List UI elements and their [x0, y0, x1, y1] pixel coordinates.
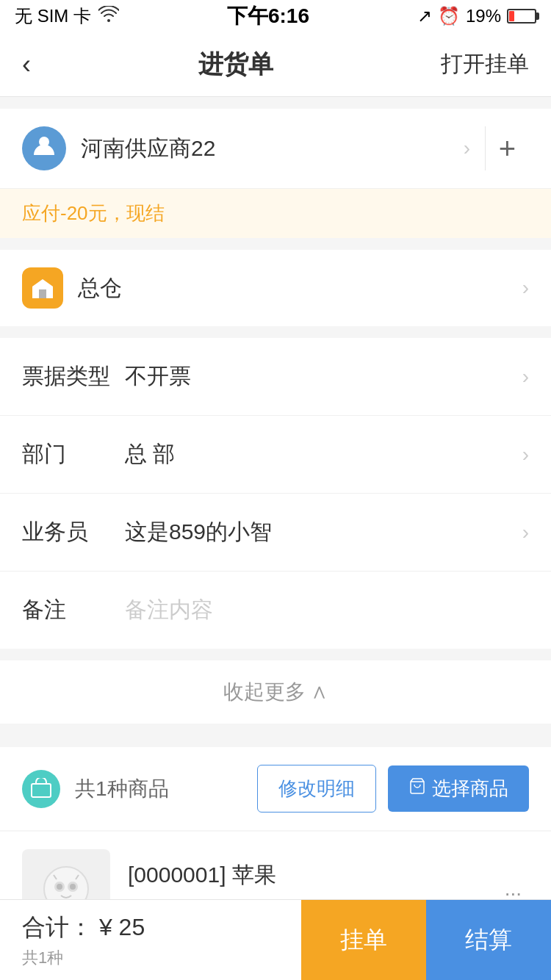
- open-hang-order-button[interactable]: 打开挂单: [441, 49, 529, 79]
- salesman-row[interactable]: 业务员 这是859的小智 ›: [0, 494, 551, 572]
- wifi-icon: [98, 6, 119, 26]
- total-section: 合计： ¥ 25 共1种: [0, 900, 301, 980]
- warehouse-icon: [22, 267, 63, 309]
- status-left: 无 SIM 卡: [15, 4, 119, 28]
- form-card: 票据类型 不开票 › 部门 总 部 › 业务员 这是859的小智 › 备注 备注…: [0, 338, 551, 649]
- warehouse-card: 总仓 ›: [0, 250, 551, 326]
- status-bar: 无 SIM 卡 下午6:16 ↗ ⏰ 19%: [0, 0, 551, 32]
- divider-1: [0, 97, 551, 109]
- alarm-icon: ⏰: [438, 6, 460, 26]
- hang-order-button[interactable]: 挂单: [301, 900, 426, 980]
- checkout-button[interactable]: 结算: [426, 900, 551, 980]
- product-id: [0000001]: [128, 862, 232, 887]
- total-amount: 合计： ¥ 25: [22, 912, 279, 944]
- svg-rect-2: [32, 784, 51, 797]
- chevron-right-icon: ›: [522, 276, 529, 300]
- warehouse-label: 总仓: [78, 273, 522, 303]
- ticket-type-row[interactable]: 票据类型 不开票 ›: [0, 338, 551, 416]
- divider-2: [0, 735, 551, 747]
- salesman-label: 业务员: [22, 517, 125, 547]
- nav-bar: ‹ 进货单 打开挂单: [0, 32, 551, 97]
- total-count: 共1种: [22, 947, 279, 969]
- carrier-label: 无 SIM 卡: [15, 4, 91, 28]
- select-product-button[interactable]: 选择商品: [388, 765, 529, 812]
- products-header: 共1种商品 修改明细 选择商品: [0, 747, 551, 830]
- remark-row[interactable]: 备注 备注内容: [0, 572, 551, 649]
- status-time: 下午6:16: [227, 2, 309, 30]
- warehouse-row[interactable]: 总仓 ›: [0, 250, 551, 326]
- add-supplier-button[interactable]: +: [485, 126, 529, 170]
- status-right: ↗ ⏰ 19%: [417, 6, 536, 26]
- ticket-type-label: 票据类型: [22, 361, 125, 392]
- chevron-right-icon: ›: [522, 521, 529, 544]
- person-icon: [32, 133, 57, 164]
- back-button[interactable]: ‹: [22, 49, 31, 80]
- edit-detail-button[interactable]: 修改明细: [257, 765, 376, 813]
- collapse-label: 收起更多 ∧: [223, 678, 328, 706]
- salesman-value: 这是859的小智: [125, 517, 522, 547]
- chevron-right-icon: ›: [522, 443, 529, 466]
- collapse-button[interactable]: 收起更多 ∧: [0, 660, 551, 724]
- product-name: [0000001] 苹果: [128, 860, 497, 890]
- location-icon: ↗: [417, 6, 432, 26]
- page-title: 进货单: [198, 48, 273, 82]
- product-title: 苹果: [232, 862, 276, 887]
- chevron-right-icon: ›: [522, 365, 529, 389]
- battery-icon: [507, 9, 536, 24]
- department-label: 部门: [22, 439, 125, 469]
- bottom-bar: 合计： ¥ 25 共1种 挂单 结算: [0, 899, 551, 980]
- ticket-type-value: 不开票: [125, 361, 522, 392]
- select-product-label: 选择商品: [432, 776, 508, 801]
- products-count: 共1种商品: [75, 775, 257, 803]
- remark-label: 备注: [22, 595, 125, 625]
- supplier-alert: 应付-20元，现结: [0, 189, 551, 238]
- svg-point-7: [57, 884, 62, 890]
- avatar: [22, 126, 66, 170]
- supplier-card: 河南供应商22 › + 应付-20元，现结: [0, 109, 551, 238]
- cart-icon: [408, 777, 426, 800]
- svg-rect-1: [39, 289, 46, 298]
- products-icon: [22, 770, 60, 808]
- main-content: 河南供应商22 › + 应付-20元，现结 总仓 › 票据类型 不开票 ›: [0, 97, 551, 980]
- department-value: 总 部: [125, 439, 522, 469]
- plus-icon: +: [499, 132, 516, 165]
- total-value: ¥ 25: [99, 914, 145, 940]
- svg-point-8: [70, 884, 76, 890]
- remark-placeholder: 备注内容: [125, 595, 529, 625]
- department-row[interactable]: 部门 总 部 ›: [0, 416, 551, 494]
- supplier-row[interactable]: 河南供应商22 › +: [0, 109, 551, 189]
- supplier-name: 河南供应商22: [81, 134, 464, 164]
- battery-percent: 19%: [466, 6, 501, 26]
- total-label: 合计：: [22, 914, 93, 940]
- chevron-right-icon: ›: [464, 137, 470, 160]
